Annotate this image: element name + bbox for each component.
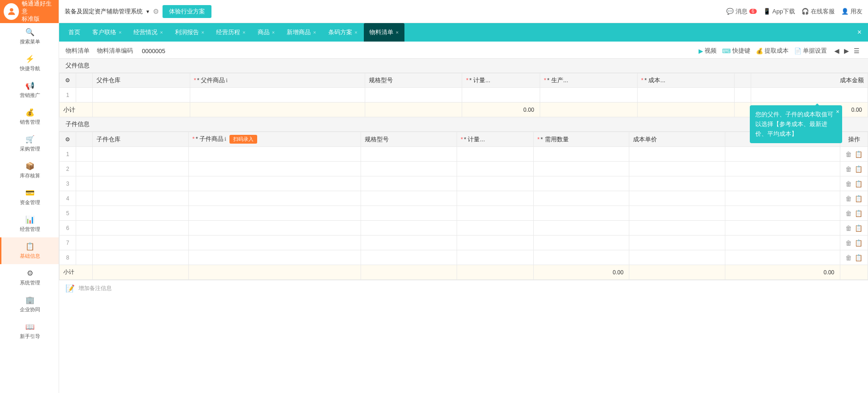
- trial-button[interactable]: 体验行业方案: [163, 5, 211, 18]
- message-button[interactable]: 💬 消息 6: [726, 7, 757, 16]
- tab-bom-close[interactable]: ×: [396, 30, 398, 35]
- tab-bom[interactable]: 物料清单 ×: [364, 23, 404, 42]
- child-cell-unit-price[interactable]: [629, 250, 725, 265]
- parent-cell-spec[interactable]: [365, 88, 462, 103]
- tab-operations[interactable]: 经营情况 ×: [128, 23, 168, 42]
- delete-icon[interactable]: 🗑: [845, 210, 852, 217]
- sidebar-item-finance[interactable]: 💳 资金管理: [0, 184, 59, 211]
- child-cell-unit[interactable]: [457, 176, 533, 191]
- sidebar-item-enterprise[interactable]: 🏢 企业协同: [0, 291, 59, 318]
- tab-barcode-close[interactable]: ×: [355, 30, 357, 35]
- child-cell-unit[interactable]: [457, 191, 533, 206]
- child-cell-warehouse[interactable]: [93, 250, 189, 265]
- sidebar-item-search[interactable]: 🔍 搜索菜单: [0, 23, 59, 50]
- delete-icon[interactable]: 🗑: [845, 165, 852, 173]
- child-cell-qty[interactable]: [533, 162, 629, 176]
- sidebar-item-sales[interactable]: 💰 销售管理: [0, 103, 59, 130]
- settings-icon[interactable]: ⚙: [153, 7, 159, 16]
- service-button[interactable]: 🎧 在线客服: [802, 7, 835, 16]
- child-cell-qty[interactable]: [533, 176, 629, 191]
- parent-cell-unit[interactable]: [462, 88, 540, 103]
- copy-icon[interactable]: 📋: [855, 180, 862, 187]
- child-cell-unit-price[interactable]: [629, 236, 725, 250]
- child-cell-warehouse[interactable]: [93, 191, 189, 206]
- tab-customer[interactable]: 客户联络 ×: [87, 23, 127, 42]
- child-cell-product[interactable]: [188, 250, 361, 265]
- tab-new-goods[interactable]: 新增商品 ×: [281, 23, 321, 42]
- child-cell-product[interactable]: [188, 236, 361, 250]
- parent-cell-product[interactable]: [190, 88, 365, 103]
- child-cell-warehouse[interactable]: [93, 147, 189, 162]
- child-cell-unit[interactable]: [457, 250, 533, 265]
- user-button[interactable]: 👤 用友: [841, 7, 862, 16]
- child-cell-product[interactable]: [188, 176, 361, 191]
- child-cell-spec[interactable]: [361, 162, 457, 176]
- copy-icon[interactable]: 📋: [855, 151, 862, 158]
- child-cell-unit-price[interactable]: [629, 221, 725, 236]
- child-cell-spec[interactable]: [361, 206, 457, 221]
- child-cell-product[interactable]: [188, 147, 361, 162]
- sidebar-item-operations[interactable]: 📊 经营管理: [0, 211, 59, 237]
- child-cell-spec[interactable]: [361, 221, 457, 236]
- delete-icon[interactable]: 🗑: [845, 239, 852, 247]
- child-header-settings[interactable]: ⚙: [60, 132, 76, 147]
- cost-extract-button[interactable]: 💰 提取成本: [756, 47, 789, 55]
- tab-barcode[interactable]: 条码方案 ×: [323, 23, 363, 42]
- tab-profit-close[interactable]: ×: [201, 30, 204, 35]
- copy-icon[interactable]: 📋: [855, 254, 862, 261]
- delete-icon[interactable]: 🗑: [845, 224, 852, 232]
- prev-arrow[interactable]: ◀: [832, 46, 841, 55]
- sidebar-item-system[interactable]: ⚙ 系统管理: [0, 264, 59, 291]
- copy-icon[interactable]: 📋: [855, 195, 862, 202]
- child-cell-unit-price[interactable]: [629, 176, 725, 191]
- delete-icon[interactable]: 🗑: [845, 180, 852, 187]
- child-cell-warehouse[interactable]: [93, 176, 189, 191]
- tab-history[interactable]: 经营历程 ×: [211, 23, 251, 42]
- child-cell-qty[interactable]: [533, 147, 629, 162]
- header-dropdown[interactable]: ▾: [146, 8, 149, 15]
- copy-icon[interactable]: 📋: [855, 239, 862, 247]
- child-cell-spec[interactable]: [361, 236, 457, 250]
- child-cell-unit-price[interactable]: [629, 162, 725, 176]
- child-cell-warehouse[interactable]: [93, 206, 189, 221]
- child-cell-unit-price[interactable]: [629, 191, 725, 206]
- parent-header-settings[interactable]: ⚙: [60, 73, 76, 88]
- parent-cell-produce[interactable]: [540, 88, 637, 103]
- child-cell-product[interactable]: [188, 206, 361, 221]
- tooltip-close-button[interactable]: ×: [836, 107, 839, 117]
- child-cell-qty[interactable]: [533, 250, 629, 265]
- child-cell-spec[interactable]: [361, 147, 457, 162]
- child-cell-product[interactable]: [188, 162, 361, 176]
- child-cell-spec[interactable]: [361, 250, 457, 265]
- sidebar-item-basic-info[interactable]: 📋 基础信息: [0, 237, 59, 264]
- child-cell-unit[interactable]: [457, 162, 533, 176]
- sidebar-item-inventory[interactable]: 📦 库存核算: [0, 157, 59, 184]
- menu-icon[interactable]: ☰: [852, 46, 862, 55]
- delete-icon[interactable]: 🗑: [845, 254, 852, 261]
- child-cell-product[interactable]: [188, 221, 361, 236]
- copy-icon[interactable]: 📋: [855, 165, 862, 173]
- child-cell-unit[interactable]: [457, 147, 533, 162]
- child-cell-spec[interactable]: [361, 176, 457, 191]
- sidebar-item-newbie[interactable]: 📖 新手引导: [0, 318, 59, 345]
- child-cell-warehouse[interactable]: [93, 162, 189, 176]
- child-cell-warehouse[interactable]: [93, 221, 189, 236]
- app-download-button[interactable]: 📱 App下载: [763, 7, 795, 16]
- child-cell-spec[interactable]: [361, 191, 457, 206]
- view-video-button[interactable]: ▶ 视频: [699, 47, 717, 55]
- sidebar-item-purchase[interactable]: 🛒 采购管理: [0, 130, 59, 157]
- tab-history-close[interactable]: ×: [242, 30, 245, 35]
- tab-operations-close[interactable]: ×: [160, 30, 163, 35]
- doc-settings-button[interactable]: 📄 单据设置: [794, 47, 827, 55]
- child-cell-qty[interactable]: [533, 236, 629, 250]
- child-cell-qty[interactable]: [533, 206, 629, 221]
- child-cell-unit-price[interactable]: [629, 147, 725, 162]
- tab-goods-close[interactable]: ×: [272, 30, 275, 35]
- sidebar-item-marketing[interactable]: 📢 营销推广: [0, 77, 59, 103]
- nav-close-all-button[interactable]: ×: [855, 28, 864, 36]
- child-cell-unit[interactable]: [457, 206, 533, 221]
- child-cell-unit[interactable]: [457, 221, 533, 236]
- shortcut-button[interactable]: ⌨ 快捷键: [722, 47, 750, 55]
- sidebar-item-quick-nav[interactable]: ⚡ 快捷导航: [0, 50, 59, 77]
- child-cell-unit[interactable]: [457, 236, 533, 250]
